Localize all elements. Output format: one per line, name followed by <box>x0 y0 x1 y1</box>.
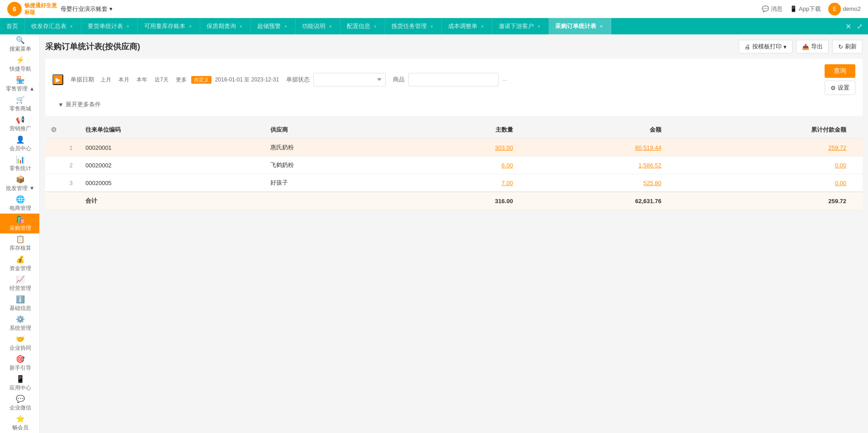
logo-text: 畅捷通好生意 标版 <box>24 2 57 15</box>
tab-receive-summary[interactable]: 收发存汇总表 × <box>25 18 81 34</box>
sidebar-item-marketing[interactable]: 📢 营销推广 <box>0 114 39 134</box>
cell-amount[interactable]: 1,586.52 <box>519 157 667 174</box>
refresh-button[interactable]: ↻ 刷新 <box>832 40 863 53</box>
sidebar-item-shortcut[interactable]: ⚡ 快捷导航 <box>0 54 39 74</box>
shortcut-this-year[interactable]: 本年 <box>134 75 150 85</box>
tab-home[interactable]: 首页 <box>0 18 25 34</box>
app-center-icon: 📱 <box>16 375 25 383</box>
export-button[interactable]: 📤 导出 <box>796 40 829 53</box>
close-tab-function-desc[interactable]: × <box>327 23 334 29</box>
sidebar-item-retail[interactable]: 🏪 零售管理 ▲ <box>0 74 39 94</box>
stats-icon: 📊 <box>16 155 25 164</box>
th-partner-code[interactable]: 往来单位编码 <box>80 121 265 139</box>
tab-function-desc[interactable]: 功能说明 × <box>296 18 340 34</box>
sidebar-item-finance[interactable]: 💰 资金管理 <box>0 254 39 274</box>
close-tab-warranty[interactable]: × <box>238 23 244 29</box>
close-tab-purchase-summary[interactable]: × <box>598 23 604 29</box>
print-button[interactable]: 🖨 按模板打印 ▾ <box>739 40 793 53</box>
sidebar-item-retail-stats[interactable]: 📊 零售统计 <box>0 154 39 174</box>
filter-toggle-button[interactable]: ▶ <box>52 74 63 85</box>
custom-date-badge[interactable]: 自定义 <box>191 76 212 84</box>
sidebar-item-basic-info[interactable]: ℹ️ 基础信息 <box>0 294 39 314</box>
sidebar-item-system[interactable]: ⚙️ 系统管理 <box>0 314 39 333</box>
refresh-icon: ↻ <box>838 43 843 50</box>
filter-row-1: ▶ 单据日期 上月 本月 本年 近7天 更多 自定义 2016-01-01 至 … <box>52 64 855 95</box>
close-tab-cost-adjust[interactable]: × <box>479 23 486 29</box>
sidebar-item-ecommerce[interactable]: 🌐 电商管理 <box>0 194 39 214</box>
shortcut-more[interactable]: 更多 <box>173 75 189 85</box>
th-supplier[interactable]: 供应商 <box>265 121 403 139</box>
settings-button[interactable]: ⚙ 设置 <box>825 81 855 95</box>
column-settings-icon[interactable]: ⚙ <box>51 126 57 133</box>
close-tab-overstock[interactable]: × <box>283 23 289 29</box>
close-tab-available-stock[interactable]: × <box>187 23 193 29</box>
tab-overstock[interactable]: 超储预警 × <box>251 18 296 34</box>
cell-paid-amount[interactable]: 259.72 <box>667 139 852 157</box>
cell-partner-code: 00020002 <box>80 157 265 174</box>
tab-config-info[interactable]: 配置信息 × <box>340 18 385 34</box>
cell-paid-amount[interactable]: 0.00 <box>667 157 852 174</box>
tab-cost-adjust[interactable]: 成本调整单 × <box>442 18 492 34</box>
close-tab-receive-summary[interactable]: × <box>68 23 75 29</box>
sidebar-item-app-center[interactable]: 📱 应用中心 <box>0 373 39 393</box>
status-select[interactable] <box>313 73 386 86</box>
cell-qty[interactable]: 6.00 <box>403 157 519 174</box>
user-menu[interactable]: E demo2 <box>828 3 861 15</box>
workspace-selector[interactable]: 母婴行业演示账套 ▾ <box>61 5 113 13</box>
tab-order-summary[interactable]: 要货单统计表 × <box>81 18 138 34</box>
fullscreen-icon[interactable]: ⤢ <box>855 21 864 32</box>
cell-paid-amount[interactable]: 0.00 <box>667 174 852 192</box>
th-paid-amount[interactable]: 累计付款金额 <box>667 121 852 139</box>
close-tab-invite-downstream[interactable]: × <box>536 23 542 29</box>
tab-batch-task[interactable]: 拣货任务管理 × <box>385 18 442 34</box>
app-download-button[interactable]: 📱 App下载 <box>790 5 821 13</box>
sidebar-item-search[interactable]: 🔍 搜索菜单 <box>0 34 39 54</box>
cell-qty[interactable]: 303.00 <box>403 139 519 157</box>
enterprise-wx-icon: 💬 <box>16 395 25 403</box>
shortcut-this-month[interactable]: 本月 <box>116 75 132 85</box>
tab-invite-downstream[interactable]: 邀请下游客户 × <box>492 18 549 34</box>
more-icon: ··· <box>502 76 507 83</box>
sidebar-item-vip[interactable]: ⭐ 畅会员 <box>0 413 39 433</box>
export-icon: 📤 <box>802 43 809 50</box>
shortcut-7-days[interactable]: 近7天 <box>152 75 171 85</box>
expand-conditions-button[interactable]: ▼ 展开更多条件 <box>52 99 855 110</box>
close-all-tabs-icon[interactable]: ✕ <box>844 21 853 32</box>
expand-icon: ▼ <box>58 101 64 108</box>
message-button[interactable]: 💬 消息 <box>762 5 783 13</box>
sidebar-item-retail-mall[interactable]: 🛒 零售商城 <box>0 94 39 114</box>
th-qty[interactable]: 主数量 <box>403 121 519 139</box>
tab-purchase-summary[interactable]: 采购订单统计表 × <box>549 18 611 34</box>
tab-warranty[interactable]: 保质期查询 × <box>200 18 251 34</box>
retail-icon: 🏪 <box>16 76 25 84</box>
query-button[interactable]: 查询 <box>825 64 855 78</box>
basic-info-icon: ℹ️ <box>16 295 25 304</box>
close-tab-batch-task[interactable]: × <box>429 23 435 29</box>
sidebar-item-enterprise[interactable]: 🤝 企业协同 <box>0 333 39 353</box>
th-amount[interactable]: 金额 <box>519 121 667 139</box>
cell-supplier: 飞鹤奶粉 <box>265 157 403 174</box>
cell-amount[interactable]: 525.80 <box>519 174 667 192</box>
tab-available-stock[interactable]: 可用量库存账本 × <box>138 18 200 34</box>
shortcut-last-month[interactable]: 上月 <box>98 75 114 85</box>
sidebar-item-inventory[interactable]: 📋 库存核算 <box>0 233 39 253</box>
data-table: ⚙ 往来单位编码 供应商 主数量 金额 累计付款金额 1 00020001 <box>45 121 863 210</box>
sidebar-item-purchase[interactable]: 🛍️ 采购管理 <box>0 214 39 233</box>
cell-supplier: 好孩子 <box>265 174 403 192</box>
sidebar-item-wholesale[interactable]: 📦 批发管理 ▼ <box>0 174 39 194</box>
close-tab-config-info[interactable]: × <box>372 23 378 29</box>
sidebar-item-enterprise-wx[interactable]: 💬 企业微信 <box>0 393 39 413</box>
mall-icon: 🛒 <box>16 95 25 104</box>
sidebar-item-member[interactable]: 👤 会员中心 <box>0 134 39 154</box>
goods-input[interactable] <box>408 73 499 86</box>
close-tab-order-summary[interactable]: × <box>125 23 131 29</box>
status-filter-item: 单据状态 <box>286 73 386 86</box>
filter-panel: ▶ 单据日期 上月 本月 本年 近7天 更多 自定义 2016-01-01 至 … <box>45 59 863 116</box>
cell-qty[interactable]: 7.00 <box>403 174 519 192</box>
cell-amount[interactable]: 60,519.44 <box>519 139 667 157</box>
inventory-icon: 📋 <box>16 235 25 243</box>
footer-amount: 62,631.76 <box>519 192 667 210</box>
logo-area: 6 畅捷通好生意 标版 <box>7 2 57 16</box>
sidebar-item-newbie[interactable]: 🎯 新手引导 <box>0 353 39 373</box>
sidebar-item-operations[interactable]: 📈 经营管理 <box>0 274 39 294</box>
